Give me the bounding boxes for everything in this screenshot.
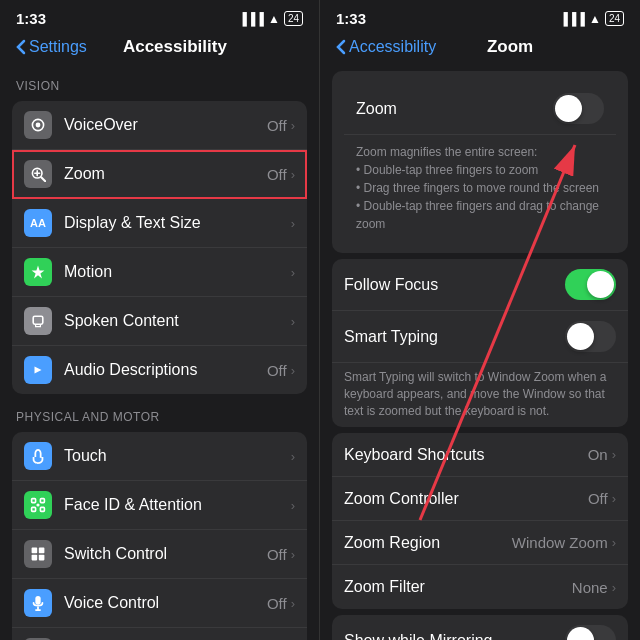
zoom-controller-value: Off [588,490,608,507]
svg-point-1 [36,123,41,128]
list-item-touch[interactable]: Touch › [12,432,307,481]
list-item-motion[interactable]: Motion › [12,248,307,297]
zoom-description-text: Zoom magnifies the entire screen:• Doubl… [344,135,616,241]
zoom-region-value: Window Zoom [512,534,608,551]
physical-list: Touch › Face ID & Attention › [12,432,307,640]
right-panel: 1:33 ▐▐▐ ▲ 24 Accessibility Zoom Zoom Zo… [320,0,640,640]
faceid-label: Face ID & Attention [64,496,291,514]
spoken-chevron: › [291,314,295,329]
motion-icon [24,258,52,286]
zoom-controller-label: Zoom Controller [344,490,588,508]
mirroring-row: Show while Mirroring [332,615,628,640]
touch-icon [24,442,52,470]
smart-typing-row: Smart Typing [332,311,628,363]
list-item-faceid[interactable]: Face ID & Attention › [12,481,307,530]
smart-typing-desc: Smart Typing will switch to Window Zoom … [344,369,616,419]
svg-rect-16 [39,555,45,561]
touch-label: Touch [64,447,291,465]
display-label: Display & Text Size [64,214,291,232]
voiceover-label: VoiceOver [64,116,267,134]
voice-chevron: › [291,596,295,611]
keyboard-shortcuts-row[interactable]: Keyboard Shortcuts On › [332,433,628,477]
switch-value: Off [267,546,287,563]
mirroring-label: Show while Mirroring [344,632,565,640]
vision-list: VoiceOver Off › Zoom Off › AA Display & … [12,101,307,394]
svg-rect-15 [32,555,38,561]
voice-icon [24,589,52,617]
zoom-desc: Zoom magnifies the entire screen:• Doubl… [356,143,604,233]
audio-chevron: › [291,363,295,378]
svg-rect-6 [33,316,43,324]
svg-rect-8 [32,499,36,503]
list-item-voice[interactable]: Voice Control Off › [12,579,307,628]
zoom-toggle-section: Zoom Zoom magnifies the entire screen:• … [332,71,628,253]
left-panel: 1:33 ▐▐▐ ▲ 24 Settings Accessibility VIS… [0,0,320,640]
status-icons-right: ▐▐▐ ▲ 24 [559,11,624,26]
audio-icon [24,356,52,384]
zoom-filter-row[interactable]: Zoom Filter None › [332,565,628,609]
voice-value: Off [267,595,287,612]
spoken-label: Spoken Content [64,312,291,330]
signal-icon: ▐▐▐ [238,12,264,26]
voice-label: Voice Control [64,594,267,612]
status-bar-left: 1:33 ▐▐▐ ▲ 24 [0,0,319,33]
zoom-main-label: Zoom [356,100,553,118]
list-item-audio[interactable]: Audio Descriptions Off › [12,346,307,394]
smart-typing-toggle[interactable] [565,321,616,352]
svg-point-12 [36,503,39,506]
wifi-icon-right: ▲ [589,12,601,26]
touch-chevron: › [291,449,295,464]
smart-typing-label: Smart Typing [344,328,565,346]
zoom-controller-chevron: › [612,491,616,506]
voiceover-icon [24,111,52,139]
zoom-options-group: Keyboard Shortcuts On › Zoom Controller … [332,433,628,609]
faceid-chevron: › [291,498,295,513]
zoom-region-chevron: › [612,535,616,550]
display-icon: AA [24,209,52,237]
time-left: 1:33 [16,10,46,27]
svg-rect-9 [40,499,44,503]
mirroring-toggle[interactable] [565,625,616,640]
motion-label: Motion [64,263,291,281]
zoom-value: Off [267,166,287,183]
page-title-left: Accessibility [47,37,303,57]
display-chevron: › [291,216,295,231]
zoom-controller-row[interactable]: Zoom Controller Off › [332,477,628,521]
time-right: 1:33 [336,10,366,27]
svg-marker-7 [35,367,42,374]
svg-rect-14 [39,548,45,554]
list-item-switch[interactable]: Switch Control Off › [12,530,307,579]
audio-label: Audio Descriptions [64,361,267,379]
zoom-main-toggle-row: Zoom [344,83,616,135]
svg-rect-11 [40,507,44,511]
list-item-spoken[interactable]: Spoken Content › [12,297,307,346]
wifi-icon: ▲ [268,12,280,26]
list-item-side[interactable]: Side Button › [12,628,307,640]
nav-bar-right: Accessibility Zoom [320,33,640,67]
section-vision-header: VISION [0,67,319,97]
mirroring-group: Show while Mirroring Controls whether zo… [332,615,628,640]
zoom-icon [24,160,52,188]
zoom-filter-chevron: › [612,580,616,595]
battery-icon: 24 [284,11,303,26]
zoom-region-row[interactable]: Zoom Region Window Zoom › [332,521,628,565]
switch-chevron: › [291,547,295,562]
audio-value: Off [267,362,287,379]
svg-rect-13 [32,548,38,554]
follow-focus-toggle[interactable] [565,269,616,300]
zoom-main-toggle[interactable] [553,93,604,124]
status-bar-right: 1:33 ▐▐▐ ▲ 24 [320,0,640,33]
battery-icon-right: 24 [605,11,624,26]
spoken-icon [24,307,52,335]
motion-chevron: › [291,265,295,280]
list-item-voiceover[interactable]: VoiceOver Off › [12,101,307,150]
voiceover-chevron: › [291,118,295,133]
follow-focus-row[interactable]: Follow Focus [332,259,628,311]
svg-line-3 [41,177,45,181]
list-item-display[interactable]: AA Display & Text Size › [12,199,307,248]
page-title-right: Zoom [396,37,624,57]
keyboard-shortcuts-label: Keyboard Shortcuts [344,446,588,464]
smart-typing-desc-container: Smart Typing will switch to Window Zoom … [332,363,628,427]
list-item-zoom[interactable]: Zoom Off › [12,150,307,199]
zoom-region-label: Zoom Region [344,534,512,552]
